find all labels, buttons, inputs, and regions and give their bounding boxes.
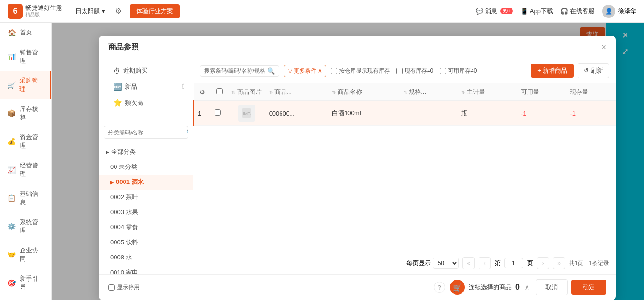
category-item-water[interactable]: 0008 水 bbox=[99, 250, 193, 265]
checkbox-stock-not-zero[interactable]: 现有库存≠0 bbox=[396, 67, 433, 75]
td-stock: -1 bbox=[566, 101, 616, 126]
refresh-button[interactable]: ↺ 刷新 bbox=[578, 63, 609, 78]
category-item-tea[interactable]: 0002 茶叶 bbox=[99, 190, 193, 205]
sidebar-label-operation: 经营管理 bbox=[20, 161, 44, 178]
display-disabled-checkbox[interactable]: 显示停用 bbox=[108, 283, 140, 292]
sidebar-item-finance[interactable]: 💰 资金管理 bbox=[0, 127, 51, 156]
sidebar-item-inventory[interactable]: 📦 库存核算 bbox=[0, 99, 51, 127]
prev-page-button[interactable]: ‹ bbox=[479, 257, 491, 269]
more-conditions-button[interactable]: ▽ 更多条件 ∧ bbox=[284, 65, 326, 77]
sidebar-item-system[interactable]: ⚙️ 系统管理 bbox=[0, 212, 51, 241]
trial-button[interactable]: 体验行业方案 bbox=[130, 4, 180, 18]
sidebar-item-collab[interactable]: 🤝 企业协同 bbox=[0, 241, 51, 269]
page-label: 第 bbox=[495, 259, 501, 267]
nav-label: 日太阳膜 bbox=[75, 7, 100, 16]
purchase-icon: 🛒 bbox=[8, 81, 16, 89]
sidebar-item-sales[interactable]: 📊 销售管理 bbox=[0, 42, 51, 71]
row-checkbox[interactable] bbox=[215, 109, 221, 116]
th-available[interactable]: 可用量 bbox=[517, 83, 567, 101]
category-item-wine[interactable]: ▶ 0001 酒水 bbox=[99, 175, 193, 190]
phone-icon: 📱 bbox=[520, 8, 528, 15]
expand-icon-wine: ▶ bbox=[110, 180, 114, 185]
messages-button[interactable]: 💬 消息 99+ bbox=[476, 7, 513, 16]
cancel-button[interactable]: 取消 bbox=[536, 279, 568, 295]
sidebar-item-purchase[interactable]: 🛒 采购管理 bbox=[0, 71, 51, 99]
product-search-input[interactable] bbox=[204, 67, 265, 74]
th-code[interactable]: ⇅ 商品... bbox=[265, 83, 329, 101]
nav-right: 💬 消息 99+ 📱 App下载 🎧 在线客服 👤 徐泽华 bbox=[476, 5, 636, 18]
warehouse-checkbox[interactable] bbox=[331, 68, 337, 74]
message-icon: 💬 bbox=[476, 8, 483, 15]
modal-close-button[interactable]: × bbox=[601, 42, 606, 52]
sidebar-item-operation[interactable]: 📈 经营管理 bbox=[0, 156, 51, 184]
quick-tab-frequent[interactable]: ⭐ 频次高 bbox=[108, 95, 168, 110]
th-spec[interactable]: ⇅ 规格... bbox=[400, 83, 458, 101]
add-product-button[interactable]: + 新增商品 bbox=[531, 64, 574, 78]
disabled-checkbox[interactable] bbox=[108, 284, 115, 291]
sidebar-item-guide[interactable]: 🎯 新手引导 bbox=[0, 269, 51, 297]
footer-right: 取消 确定 bbox=[536, 279, 606, 295]
per-page-dropdown[interactable]: 50 100 200 bbox=[433, 258, 459, 269]
collapse-panel-button[interactable]: 《 bbox=[175, 80, 187, 94]
filter-icon: ▽ bbox=[288, 67, 292, 74]
category-search-button[interactable]: 🔍 bbox=[182, 126, 188, 138]
category-label-wine: 0001 酒水 bbox=[116, 178, 144, 186]
td-name: 白酒100ml bbox=[328, 101, 399, 126]
category-item-fruit[interactable]: 0003 水果 bbox=[99, 205, 193, 220]
nav-dropdown[interactable]: 日太阳膜 ▾ bbox=[70, 4, 111, 18]
user-avatar-area[interactable]: 👤 徐泽华 bbox=[602, 5, 636, 18]
inventory-icon: 📦 bbox=[8, 109, 16, 117]
cart-icon-button[interactable]: 🛒 bbox=[450, 280, 465, 295]
category-item-snack[interactable]: 0004 零食 bbox=[99, 220, 193, 235]
table-row[interactable]: 1 IMG 000600... 白酒100ml bbox=[194, 101, 616, 126]
sales-icon: 📊 bbox=[8, 52, 16, 61]
right-panel: 🔍 ▽ 更多条件 ∧ 按仓库显示现有库存 bbox=[193, 58, 616, 274]
cart-area: 🛒 连续选择的商品 0 bbox=[450, 280, 520, 295]
th-settings[interactable]: ⚙ bbox=[194, 83, 211, 101]
online-service-button[interactable]: 🎧 在线客服 bbox=[561, 7, 594, 16]
collapse-up-button[interactable]: ∧ bbox=[524, 283, 530, 292]
category-search[interactable]: 🔍 bbox=[104, 126, 188, 139]
category-item-appliance[interactable]: 0010 家电 bbox=[99, 265, 193, 274]
expand-icon: ▶ bbox=[106, 150, 109, 155]
settings-button[interactable]: ⚙ bbox=[111, 4, 126, 19]
next-page-button[interactable]: › bbox=[537, 257, 549, 269]
help-button[interactable]: ? bbox=[434, 282, 445, 293]
star-icon: ⭐ bbox=[113, 99, 122, 107]
product-table-area: ⚙ ⇅ 商品图片 ⇅ 商品... bbox=[193, 83, 616, 252]
th-stock[interactable]: 现存量 bbox=[566, 83, 616, 101]
quick-tabs: ⏱ 近期购买 🆕 新品 ⭐ 频次高 bbox=[105, 63, 172, 110]
sidebar-item-basic[interactable]: 📋 基础信息 bbox=[0, 184, 51, 212]
left-panel: ⏱ 近期购买 🆕 新品 ⭐ 频次高 《 bbox=[99, 58, 193, 274]
category-label-water: 0008 水 bbox=[110, 253, 132, 262]
stock-not-zero-checkbox[interactable] bbox=[396, 68, 403, 74]
checkbox-warehouse[interactable]: 按仓库显示现有库存 bbox=[331, 67, 390, 75]
first-page-button[interactable]: « bbox=[462, 257, 475, 269]
quick-tab-recent[interactable]: ⏱ 近期购买 bbox=[108, 63, 168, 78]
th-checkbox[interactable] bbox=[211, 83, 228, 101]
quick-tab-new[interactable]: 🆕 新品 bbox=[108, 79, 168, 94]
available-not-zero-checkbox[interactable] bbox=[440, 68, 446, 74]
app-download-button[interactable]: 📱 App下载 bbox=[520, 7, 553, 16]
confirm-button[interactable]: 确定 bbox=[571, 280, 606, 295]
page-number-input[interactable] bbox=[504, 258, 523, 268]
product-search-box[interactable]: 🔍 bbox=[200, 65, 279, 77]
td-checkbox[interactable] bbox=[211, 101, 228, 126]
checkbox-available-not-zero[interactable]: 可用库存≠0 bbox=[440, 67, 477, 75]
sidebar-label-finance: 资金管理 bbox=[20, 133, 44, 150]
clock-icon: ⏱ bbox=[113, 67, 120, 75]
logo-title: 畅捷通好生意 bbox=[25, 4, 62, 12]
category-item-all[interactable]: ▶ 全部分类 bbox=[99, 144, 193, 159]
td-unit: 瓶 bbox=[457, 101, 517, 126]
th-unit[interactable]: ⇅ 主计量 bbox=[457, 83, 517, 101]
sidebar-item-appcenter[interactable]: 📱 应用中心 bbox=[0, 297, 51, 300]
category-item-beverage[interactable]: 0005 饮料 bbox=[99, 235, 193, 250]
category-search-input[interactable] bbox=[104, 127, 182, 138]
home-icon: 🏠 bbox=[8, 28, 16, 37]
last-page-button[interactable]: » bbox=[553, 257, 565, 269]
category-item-unclassified[interactable]: 00 未分类 bbox=[99, 159, 193, 175]
th-name[interactable]: ⇅ 商品名称 bbox=[328, 83, 399, 101]
modal-header: 商品参照 × bbox=[99, 36, 616, 58]
select-all-checkbox[interactable] bbox=[216, 88, 223, 94]
sidebar-item-home[interactable]: 🏠 首页 bbox=[0, 23, 51, 42]
